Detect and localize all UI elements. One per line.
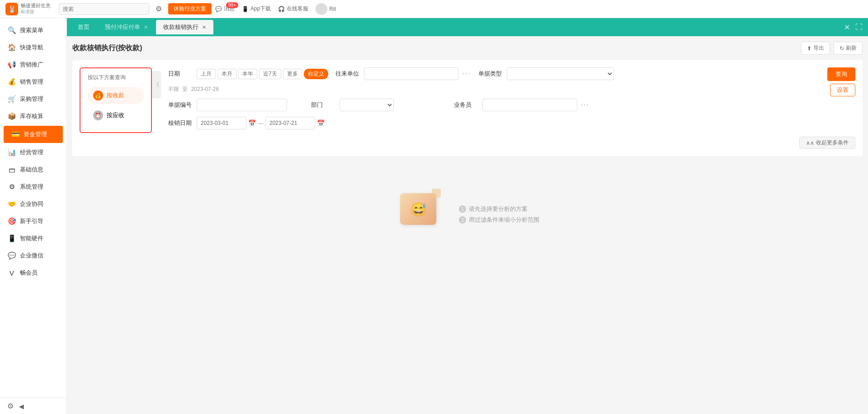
page-actions: ⬆ 导出 ↻ 刷新 [801, 42, 863, 55]
more-date-btn[interactable]: 更多 [283, 69, 302, 79]
tab-home[interactable]: 首页 [71, 20, 97, 34]
end-date-text: 2023-07-26 [191, 86, 219, 92]
sidebar-item-member[interactable]: V 畅会员 [0, 264, 66, 281]
sidebar-item-basic-info[interactable]: 🗃 基础信息 [0, 161, 66, 178]
sidebar-item-operations[interactable]: 📊 经营管理 [0, 144, 66, 161]
gear-icon[interactable]: ⚙ [153, 3, 165, 15]
enterprise-label: 企业协同 [20, 200, 43, 208]
verify-end-date[interactable] [265, 117, 315, 129]
tab-bar-actions: ✕ ⛶ [842, 21, 864, 33]
user-info[interactable]: Rit [316, 3, 336, 15]
main-layout: 🔍 搜索菜单🏠 快捷导航📢 营销推广💰 销售管理🛒 采购管理📦 库存核算💳 资金… [0, 18, 868, 414]
finance-label: 资金管理 [24, 130, 47, 138]
export-label: 导出 [813, 44, 824, 52]
top-bar: 🐰 畅捷通好生意 标准版 ⚙ 休验行业方案 💬 消息 99+ 📱 App下载 🎧… [0, 0, 868, 18]
date-buttons: 上月 本月 本年 近7天 更多 自定义 [197, 69, 328, 79]
tab-prepaid-close-icon[interactable]: ✕ [144, 24, 148, 30]
quick-nav-label: 快捷导航 [20, 43, 43, 52]
tab-receipt-offset[interactable]: 收款核销执行 ✕ [156, 20, 213, 34]
counterparty-input[interactable] [364, 67, 459, 80]
more-conditions-label: 收起更多条件 [816, 139, 849, 147]
sales-icon: 💰 [7, 78, 16, 86]
page-title: 收款核销执行(按收款) [72, 43, 142, 53]
app-download[interactable]: 📱 App下载 [242, 5, 271, 13]
sidebar-item-system[interactable]: ⚙ 系统管理 [0, 178, 66, 195]
sidebar-menu: 🔍 搜索菜单🏠 快捷导航📢 营销推广💰 销售管理🛒 采购管理📦 库存核算💳 资金… [0, 18, 66, 398]
wechat-label: 企业微信 [20, 252, 43, 260]
refresh-button[interactable]: ↻ 刷新 [834, 42, 863, 55]
sidebar-item-finance[interactable]: 💳 资金管理 [4, 126, 63, 143]
top-right-icons: 💬 消息 99+ 📱 App下载 🎧 在线客服 Rit [215, 3, 336, 15]
filter-collapse-icon: 《 [154, 81, 159, 89]
verify-date-filter-group: 核销日期 📅 — 📅 [168, 117, 325, 129]
sidebar-item-guide[interactable]: 🎯 新手引导 [0, 213, 66, 230]
sidebar-item-marketing[interactable]: 📢 营销推广 [0, 56, 66, 73]
inventory-icon: 📦 [7, 112, 16, 120]
sidebar-item-purchase[interactable]: 🛒 采购管理 [0, 90, 66, 108]
custom-date-btn[interactable]: 自定义 [304, 69, 328, 79]
enterprise-icon: 🤝 [7, 200, 16, 208]
no-limit-text: 不限 [168, 86, 179, 92]
verify-end-calendar-icon[interactable]: 📅 [317, 119, 325, 127]
doc-no-input[interactable] [197, 99, 287, 111]
wechat-icon: 💬 [7, 252, 16, 260]
sidebar-item-sales[interactable]: 💰 销售管理 [0, 73, 66, 90]
filter-by-receivable[interactable]: ⏰ 按应收 [88, 107, 144, 124]
query-button[interactable]: 查询 [827, 67, 855, 81]
tab-home-label: 首页 [78, 23, 90, 31]
top-search-input[interactable] [59, 3, 149, 15]
export-icon: ⬆ [807, 45, 811, 52]
salesperson-more-icon[interactable]: ··· [581, 101, 590, 109]
message-icon[interactable]: 💬 消息 99+ [215, 5, 235, 13]
salesperson-filter-group: 业务员 ··· [454, 99, 590, 111]
collapse-icon[interactable]: ◀ [19, 403, 24, 410]
tab-expand-icon[interactable]: ⛶ [854, 21, 864, 33]
operations-label: 经营管理 [20, 148, 43, 157]
verify-start-date[interactable] [197, 117, 246, 129]
logo-text: 畅捷通好生意 [21, 3, 51, 9]
tab-prepaid-offset[interactable]: 预付冲应付单 ✕ [98, 20, 155, 34]
verify-start-calendar-icon[interactable]: 📅 [248, 119, 256, 127]
member-icon: V [7, 269, 16, 277]
tab-close-window-icon[interactable]: ✕ [842, 21, 852, 33]
sidebar-item-search-menu[interactable]: 🔍 搜索菜单 [0, 22, 66, 39]
sidebar-item-smart-hw[interactable]: 📱 智能硬件 [0, 230, 66, 247]
refresh-icon: ↻ [840, 45, 844, 52]
tab-prepaid-label: 预付冲应付单 [105, 23, 140, 31]
this-month-btn[interactable]: 本月 [217, 69, 236, 79]
export-button[interactable]: ⬆ 导出 [801, 42, 830, 55]
counterparty-filter-group: 往来单位 ··· [335, 67, 471, 80]
filter-collapse-button[interactable]: 《 [152, 71, 161, 98]
settings-button[interactable]: 设置 [830, 84, 855, 96]
counterparty-more-icon[interactable]: ··· [462, 70, 471, 78]
counterparty-label: 往来单位 [335, 70, 360, 78]
verify-date-range: 📅 — 📅 [197, 117, 325, 129]
doc-type-select[interactable] [507, 67, 614, 80]
purchase-icon: 🛒 [7, 95, 16, 103]
sidebar-item-enterprise[interactable]: 🤝 企业协同 [0, 195, 66, 213]
smart-hw-label: 智能硬件 [20, 234, 43, 243]
settings-icon[interactable]: ⚙ [7, 402, 14, 410]
sidebar-item-quick-nav[interactable]: 🏠 快捷导航 [0, 39, 66, 56]
dept-select[interactable] [340, 99, 394, 111]
date-label: 日期 [168, 70, 193, 78]
service-label: 在线客服 [287, 5, 308, 13]
sidebar-item-inventory[interactable]: 📦 库存核算 [0, 108, 66, 125]
sidebar-item-wechat[interactable]: 💬 企业微信 [0, 247, 66, 264]
last-7days-btn[interactable]: 近7天 [259, 69, 281, 79]
user-name: Rit [329, 6, 336, 12]
this-year-btn[interactable]: 本年 [238, 69, 257, 79]
trial-button[interactable]: 休验行业方案 [168, 3, 212, 14]
tip-num-2: 2 [459, 216, 466, 224]
more-conditions-row: ∧∧ 收起更多条件 [168, 137, 855, 149]
online-service[interactable]: 🎧 在线客服 [278, 5, 308, 13]
more-conditions-button[interactable]: ∧∧ 收起更多条件 [799, 137, 855, 149]
filter-row-3: 核销日期 📅 — 📅 [168, 117, 820, 129]
tab-receipt-label: 收款核销执行 [163, 23, 198, 31]
filter-by-receipt[interactable]: 💰 按收款 [88, 87, 144, 104]
app-label: App下载 [250, 5, 271, 13]
tab-receipt-close-icon[interactable]: ✕ [202, 24, 206, 30]
basic-info-label: 基础信息 [20, 166, 43, 174]
last-month-btn[interactable]: 上月 [197, 69, 216, 79]
salesperson-input[interactable] [482, 99, 577, 111]
